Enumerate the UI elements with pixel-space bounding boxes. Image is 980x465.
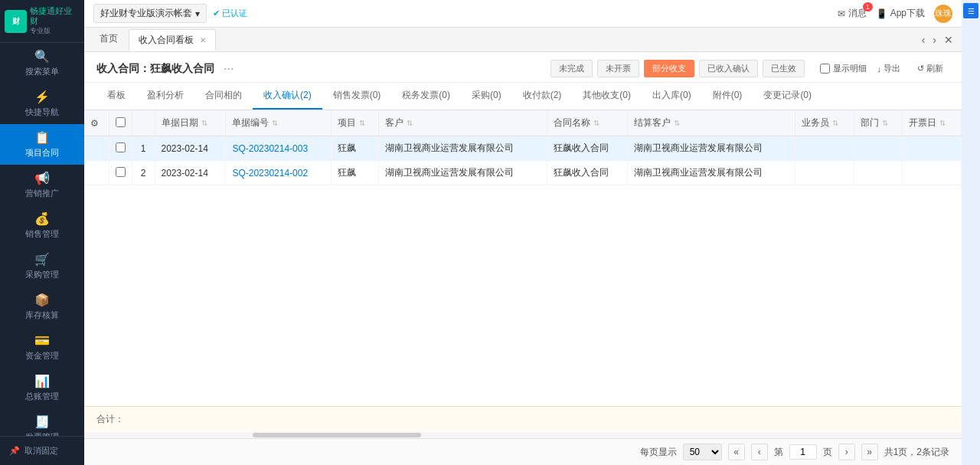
export-button[interactable]: ↓ 导出	[871, 61, 907, 77]
status-btn-3[interactable]: 已收入确认	[699, 60, 758, 77]
user-avatar[interactable]: 珠珠	[934, 5, 952, 23]
col-header-order_no[interactable]: 单据编号⇅	[226, 110, 331, 136]
col-header-open_date[interactable]: 开票日⇅	[902, 110, 961, 136]
col-header-salesperson[interactable]: 业务员⇅	[795, 110, 854, 136]
table-row[interactable]: 12023-02-14SQ-20230214-003狂飙湖南卫视商业运营发展有限…	[84, 136, 962, 161]
message-button[interactable]: ✉ 消息 1	[838, 7, 867, 20]
tab-contract-board[interactable]: 收入合同看板 ✕	[129, 29, 216, 51]
unpin-button[interactable]: 📌 取消固定	[5, 441, 80, 460]
tab-home[interactable]: 首页	[90, 28, 127, 51]
topbar-right: ✉ 消息 1 📱 App下载 珠珠	[838, 5, 952, 23]
sec-tab-1[interactable]: 盈利分析	[136, 83, 194, 110]
user-name: 珠珠	[935, 8, 952, 19]
sidebar-item-2[interactable]: 📋 项目合同	[0, 124, 84, 165]
cell-num-0: 1	[132, 136, 155, 161]
col-header-gear: ⚙	[84, 110, 109, 136]
select-all-checkbox[interactable]	[116, 117, 126, 127]
sidebar-item-9[interactable]: 🧾 发票管理	[0, 408, 84, 436]
sidebar-label-5: 采购管理	[25, 269, 59, 280]
sec-tab-6[interactable]: 采购(0)	[461, 83, 512, 110]
last-page-button[interactable]: »	[861, 444, 878, 460]
current-page-input[interactable]	[789, 444, 817, 460]
sec-tab-4[interactable]: 销售发票(0)	[322, 83, 392, 110]
show-detail-input[interactable]	[820, 64, 830, 74]
col-header-date[interactable]: 单据日期⇅	[155, 110, 226, 136]
horizontal-scrollbar[interactable]	[84, 432, 962, 438]
col-header-customer[interactable]: 客户⇅	[379, 110, 547, 136]
sidebar-icon-3: 📢	[34, 171, 50, 185]
more-button[interactable]: ···	[224, 62, 234, 76]
sidebar-icon-4: 💰	[34, 211, 50, 226]
row-checkbox-0[interactable]	[116, 142, 126, 152]
app-download-button[interactable]: 📱 App下载	[876, 7, 925, 20]
sidebar-label-4: 销售管理	[25, 228, 59, 240]
company-name: 好业财专业版演示帐套	[100, 7, 192, 20]
row-checkbox-1[interactable]	[116, 167, 126, 177]
sidebar-item-4[interactable]: 💰 销售管理	[0, 205, 84, 246]
pin-icon: 📌	[9, 446, 20, 456]
sec-tab-2[interactable]: 合同相的	[194, 83, 253, 110]
sidebar-bottom[interactable]: 📌 取消固定	[0, 436, 84, 465]
sec-tab-8[interactable]: 其他收支(0)	[572, 83, 642, 110]
total-info: 共1页，2条记录	[884, 446, 949, 459]
show-detail-checkbox[interactable]: 显示明细	[820, 61, 867, 77]
status-btn-2[interactable]: 部分收支	[644, 60, 694, 77]
per-page-select[interactable]: 2050100200	[683, 444, 722, 460]
show-detail-label: 显示明细	[833, 63, 867, 74]
prev-page-button[interactable]: ‹	[751, 444, 768, 460]
sidebar-item-3[interactable]: 📢 营销推广	[0, 165, 84, 205]
tab-home-label: 首页	[100, 32, 118, 45]
topbar: 好业财专业版演示帐套 ▾ ✔ 已认证 ✉ 消息 1 📱 App下载 珠珠	[84, 0, 962, 28]
settings-icon[interactable]: ⚙	[90, 118, 99, 129]
sidebar-item-1[interactable]: ⚡ 快捷导航	[0, 84, 84, 124]
order-link-0[interactable]: SQ-20230214-003	[232, 143, 308, 154]
col-header-num	[132, 110, 155, 136]
sidebar-icon-6: 📦	[34, 293, 50, 307]
first-page-button[interactable]: «	[728, 444, 745, 460]
tab-contract-board-label: 收入合同看板	[139, 34, 194, 47]
cell-customer-1: 湖南卫视商业运营发展有限公司	[379, 161, 547, 185]
cell-salesperson-1	[795, 161, 854, 185]
scrollbar-thumb[interactable]	[253, 433, 421, 437]
sec-tab-9[interactable]: 出入库(0)	[642, 83, 702, 110]
col-header-settle_customer[interactable]: 结算客户⇅	[627, 110, 795, 136]
order-link-1[interactable]: SQ-20230214-002	[232, 168, 308, 178]
sidebar-label-7: 资金管理	[25, 350, 59, 362]
sort-icon-order_no: ⇅	[272, 119, 278, 127]
tab-close-all-button[interactable]: ✕	[942, 34, 956, 46]
sec-tab-0[interactable]: 看板	[96, 83, 136, 110]
sec-tab-5[interactable]: 税务发票(0)	[391, 83, 461, 110]
sec-tab-11[interactable]: 变更记录(0)	[753, 83, 822, 110]
cell-project-0: 狂飙	[331, 136, 379, 161]
logo-text-block: 畅捷通好业财 专业版	[30, 6, 80, 36]
sidebar-item-6[interactable]: 📦 库存核算	[0, 287, 84, 327]
status-btn-4[interactable]: 已生效	[763, 60, 805, 77]
sec-tab-7[interactable]: 收付款(2)	[512, 83, 573, 110]
sidebar-item-7[interactable]: 💳 资金管理	[0, 327, 84, 368]
status-btn-0[interactable]: 未完成	[550, 60, 593, 77]
export-icon: ↓	[877, 64, 882, 74]
status-btn-1[interactable]: 未开票	[597, 60, 639, 77]
sec-tab-10[interactable]: 附件(0)	[702, 83, 753, 110]
sec-tab-3[interactable]: 收入确认(2)	[253, 83, 322, 110]
tab-next-button[interactable]: ›	[930, 34, 939, 46]
contract-title: 收入合同：狂飙收入合同	[96, 62, 214, 76]
cell-project-1: 狂飙	[331, 161, 379, 185]
table-row[interactable]: 22023-02-14SQ-20230214-002狂飙湖南卫视商业运营发展有限…	[84, 161, 962, 185]
tab-prev-button[interactable]: ‹	[920, 34, 928, 46]
sidebar-item-0[interactable]: 🔍 搜索菜单	[0, 43, 84, 84]
next-page-button[interactable]: ›	[838, 444, 855, 460]
col-header-project[interactable]: 项目⇅	[331, 110, 379, 136]
right-sidebar-button[interactable]: ☰	[963, 3, 978, 18]
sidebar-item-5[interactable]: 🛒 采购管理	[0, 246, 84, 287]
sidebar-icon-9: 🧾	[34, 414, 50, 429]
sidebar-icon-8: 📊	[34, 374, 50, 388]
tab-close-icon[interactable]: ✕	[200, 36, 206, 44]
col-header-dept[interactable]: 部门⇅	[854, 110, 903, 136]
refresh-button[interactable]: ↺ 刷新	[911, 61, 949, 77]
sidebar-item-8[interactable]: 📊 总账管理	[0, 368, 84, 408]
sort-icon-project: ⇅	[359, 119, 365, 127]
company-selector[interactable]: 好业财专业版演示帐套 ▾	[93, 4, 207, 23]
sidebar-label-3: 营销推广	[25, 188, 59, 199]
col-header-contract_name[interactable]: 合同名称⇅	[547, 110, 627, 136]
